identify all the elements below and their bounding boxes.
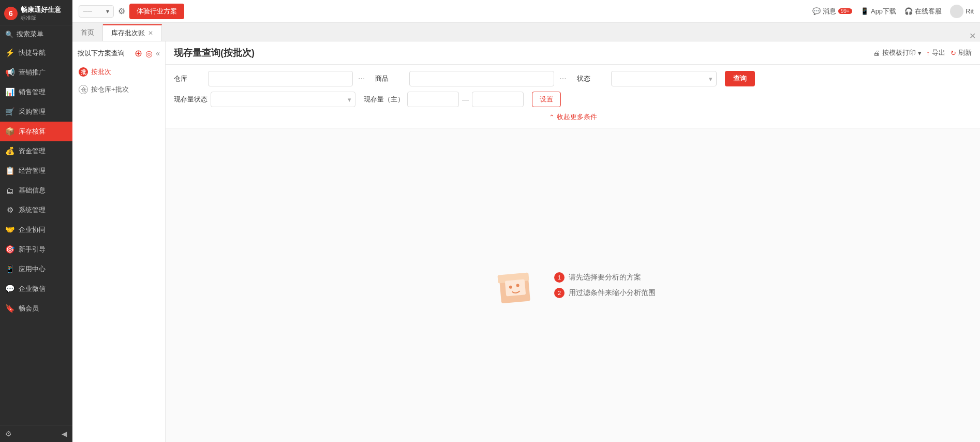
empty-text: 1 请先选择要分析的方案 2 用过滤条件来缩小分析范围 — [554, 272, 656, 298]
sidebar-item-marketing[interactable]: 📢 营销推广 — [0, 63, 72, 82]
sidebar-item-label: 营销推广 — [19, 68, 46, 77]
batch-scheme-icon: 批 — [79, 67, 88, 77]
goods-dots[interactable]: ··· — [557, 74, 568, 83]
hint1-num: 1 — [554, 272, 565, 283]
headset-icon: 🎧 — [904, 7, 913, 15]
app-download-label: App下载 — [871, 7, 896, 16]
sidebar-item-operation[interactable]: 📋 经营管理 — [0, 161, 72, 181]
status-input[interactable] — [611, 71, 717, 86]
sidebar-item-finance[interactable]: 💰 资金管理 — [0, 141, 72, 161]
dropdown-text: ── — [83, 8, 104, 15]
empty-illustration — [490, 259, 542, 311]
settings-btn[interactable]: 设置 — [532, 92, 561, 107]
scheme-item-batch-label: 按批次 — [91, 67, 111, 77]
sidebar-item-basic[interactable]: 🗂 基础信息 — [0, 181, 72, 200]
topbar-left: ── ▾ ⚙ 体验行业方案 — [79, 4, 807, 19]
stock-status-dropdown-icon[interactable]: ▾ — [348, 96, 351, 104]
tab-batch-label: 库存批次账 — [111, 28, 145, 38]
refresh-btn[interactable]: ↻ 刷新 — [951, 48, 972, 57]
notification-badge: 99+ — [838, 8, 852, 14]
settings-icon[interactable]: ⚙ — [5, 430, 12, 438]
filter-stock-main: 现存量（主） — — [364, 92, 524, 107]
left-panel: 按以下方案查询 ⊕ ◎ « 批 按批次 仓 按仓库+批次 — [72, 41, 166, 442]
inventory-icon: 📦 — [5, 127, 14, 136]
goods-input[interactable] — [409, 71, 554, 86]
wechat-icon: 💬 — [5, 284, 14, 293]
scheme-item-batch[interactable]: 批 按批次 — [72, 63, 165, 81]
sidebar-item-label: 畅会员 — [19, 304, 39, 313]
app-download-btn[interactable]: 📱 App下载 — [860, 7, 896, 16]
phone-icon: 📱 — [860, 7, 869, 15]
chevron-down-icon: ▾ — [106, 8, 109, 15]
collapse-icon[interactable]: ◀ — [62, 430, 67, 438]
page-title: 现存量查询(按批次) — [174, 47, 255, 59]
stock-max-input[interactable] — [472, 92, 524, 107]
finance-icon: 💰 — [5, 146, 14, 156]
marketing-icon: 📢 — [5, 68, 14, 77]
gear-icon[interactable]: ⚙ — [118, 6, 125, 16]
scheme-item-warehouse-batch[interactable]: 仓 按仓库+批次 — [72, 81, 165, 98]
sidebar-item-system[interactable]: ⚙ 系统管理 — [0, 200, 72, 220]
search-icon: 🔍 — [5, 31, 13, 38]
sidebar-item-appstore[interactable]: 📱 应用中心 — [0, 259, 72, 279]
collapse-filters-btn[interactable]: ⌃ 收起更多条件 — [549, 112, 597, 122]
sidebar-item-newbie[interactable]: 🎯 新手引导 — [0, 240, 72, 259]
notification-label: 消息 — [823, 7, 836, 16]
add-scheme-icon[interactable]: ⊕ — [135, 48, 142, 59]
purchase-icon: 🛒 — [5, 107, 14, 116]
sidebar-search[interactable]: 🔍 搜索菜单 — [0, 25, 72, 43]
sidebar-item-wechat[interactable]: 💬 企业微信 — [0, 279, 72, 299]
sidebar-item-purchase[interactable]: 🛒 采购管理 — [0, 102, 72, 122]
page-header: 现存量查询(按批次) 🖨 按模板打印 ▾ ↑ 导出 ↻ 刷新 — [166, 41, 980, 65]
warehouse-dots[interactable]: ··· — [356, 74, 367, 83]
customer-service-btn[interactable]: 🎧 在线客服 — [904, 7, 942, 16]
stock-min-input[interactable] — [407, 92, 459, 107]
sidebar-brand: 6 畅康通好生意 标准版 — [4, 5, 68, 22]
print-icon: 🖨 — [873, 49, 880, 57]
customer-service-label: 在线客服 — [915, 7, 942, 16]
export-label: 导出 — [932, 48, 945, 57]
filter-row-1: 仓库 ··· 商品 ··· 状态 ▾ — [174, 71, 972, 86]
status-dropdown-icon[interactable]: ▾ — [709, 75, 712, 83]
hint2-num: 2 — [554, 288, 565, 298]
sidebar-item-label: 资金管理 — [19, 146, 46, 156]
tab-home[interactable]: 首页 — [72, 24, 103, 41]
print-template-btn[interactable]: 🖨 按模板打印 ▾ — [873, 48, 922, 57]
print-label: 按模板打印 — [882, 48, 916, 57]
notification-btn[interactable]: 💬 消息 99+ — [812, 7, 852, 16]
sidebar-item-sales[interactable]: 📊 销售管理 — [0, 82, 72, 102]
warehouse-input[interactable] — [208, 71, 353, 86]
empty-state: 1 请先选择要分析的方案 2 用过滤条件来缩小分析范围 — [490, 259, 656, 311]
left-panel-title: 按以下方案查询 — [78, 49, 125, 58]
sidebar-item-inventory[interactable]: 📦 库存核算 — [0, 122, 72, 141]
sidebar-item-shortcut[interactable]: ⚡ 快捷导航 — [0, 43, 72, 63]
topbar: ── ▾ ⚙ 体验行业方案 💬 消息 99+ 📱 App下载 🎧 在线客服 — [72, 0, 980, 23]
main-area: ── ▾ ⚙ 体验行业方案 💬 消息 99+ 📱 App下载 🎧 在线客服 — [72, 0, 980, 442]
collapse-panel-icon[interactable]: « — [156, 49, 160, 57]
experience-btn[interactable]: 体验行业方案 — [129, 4, 184, 19]
sidebar-item-label: 采购管理 — [19, 107, 46, 116]
topbar-dropdown[interactable]: ── ▾ — [79, 5, 114, 18]
filter-area: 仓库 ··· 商品 ··· 状态 ▾ — [166, 65, 980, 128]
content-area: 按以下方案查询 ⊕ ◎ « 批 按批次 仓 按仓库+批次 — [72, 41, 980, 442]
export-btn[interactable]: ↑ 导出 — [927, 48, 946, 57]
sidebar-item-enterprise[interactable]: 🤝 企业协同 — [0, 220, 72, 240]
sidebar-nav: ⚡ 快捷导航 📢 营销推广 📊 销售管理 🛒 采购管理 📦 库存核算 💰 资金管… — [0, 43, 72, 425]
sidebar-item-member[interactable]: 🔖 畅会员 — [0, 299, 72, 318]
settings-scheme-icon[interactable]: ◎ — [145, 49, 153, 58]
user-menu[interactable]: Rit — [950, 5, 974, 18]
query-btn[interactable]: 查询 — [725, 71, 755, 86]
goods-label: 商品 — [375, 74, 406, 83]
stock-status-input[interactable] — [211, 92, 355, 107]
sidebar-header: 6 畅康通好生意 标准版 — [0, 0, 72, 25]
filter-stock-status: 现存量状态 ▾ — [174, 92, 355, 107]
brand-name: 畅康通好生意 — [21, 5, 61, 14]
tab-batch-account[interactable]: 库存批次账 ✕ — [103, 24, 162, 41]
left-panel-header: 按以下方案查询 ⊕ ◎ « — [72, 41, 165, 63]
close-panel-icon[interactable]: ✕ — [969, 31, 976, 41]
enterprise-icon: 🤝 — [5, 225, 14, 234]
topbar-right: 💬 消息 99+ 📱 App下载 🎧 在线客服 Rit — [812, 5, 974, 18]
tab-close-icon[interactable]: ✕ — [148, 30, 153, 37]
sidebar-item-label: 企业微信 — [19, 284, 46, 293]
sidebar-item-label: 经营管理 — [19, 166, 46, 175]
